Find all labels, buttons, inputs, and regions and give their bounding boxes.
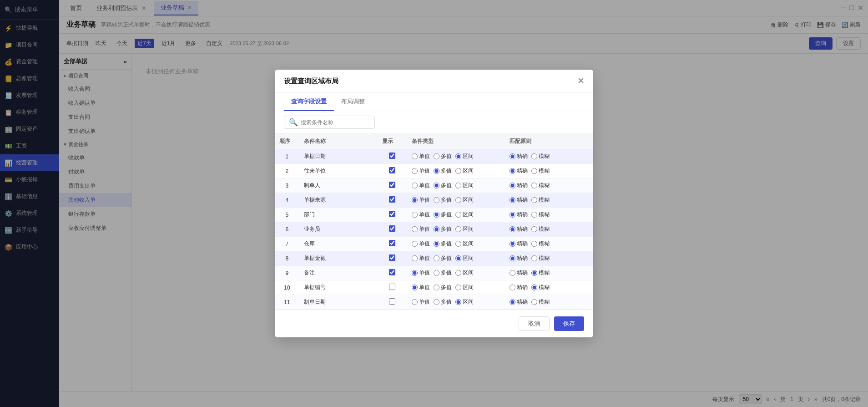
type-radio-label[interactable]: 区间 xyxy=(455,167,474,175)
type-radio-multi[interactable] xyxy=(434,153,439,159)
show-checkbox[interactable] xyxy=(389,284,395,290)
show-checkbox[interactable] xyxy=(389,254,395,261)
match-radio-label[interactable]: 精确 xyxy=(510,254,528,262)
match-radio-label[interactable]: 精确 xyxy=(510,167,528,175)
match-radio-exact[interactable] xyxy=(510,285,515,290)
dialog-search-input[interactable] xyxy=(301,119,370,126)
match-radio-fuzzy[interactable] xyxy=(531,212,537,218)
type-radio-single[interactable] xyxy=(412,255,418,261)
match-radio-label[interactable]: 精确 xyxy=(510,182,528,189)
type-radio-label[interactable]: 单值 xyxy=(412,240,430,248)
type-radio-multi[interactable] xyxy=(434,183,439,188)
type-radio-label[interactable]: 区间 xyxy=(455,269,474,277)
dialog-tab-layout[interactable]: 布局调整 xyxy=(334,93,372,111)
show-checkbox[interactable] xyxy=(389,298,395,305)
match-radio-label[interactable]: 模糊 xyxy=(531,240,550,248)
type-radio-single[interactable] xyxy=(412,270,418,276)
type-radio-label[interactable]: 区间 xyxy=(455,284,474,291)
type-radio-range[interactable] xyxy=(455,183,461,188)
match-radio-label[interactable]: 模糊 xyxy=(531,182,550,189)
show-checkbox[interactable] xyxy=(389,225,395,232)
match-radio-exact[interactable] xyxy=(510,197,515,203)
type-radio-single[interactable] xyxy=(412,168,418,174)
type-radio-label[interactable]: 多值 xyxy=(434,240,452,248)
type-radio-label[interactable]: 单值 xyxy=(412,284,430,291)
type-radio-multi[interactable] xyxy=(434,285,439,290)
match-radio-label[interactable]: 模糊 xyxy=(531,211,550,219)
match-radio-exact[interactable] xyxy=(510,270,515,276)
show-checkbox[interactable] xyxy=(389,167,395,173)
match-radio-label[interactable]: 精确 xyxy=(510,196,528,204)
type-radio-multi[interactable] xyxy=(434,255,439,261)
match-radio-fuzzy[interactable] xyxy=(531,241,537,247)
type-radio-range[interactable] xyxy=(455,153,461,159)
type-radio-multi[interactable] xyxy=(434,241,439,247)
type-radio-label[interactable]: 多值 xyxy=(434,153,452,160)
match-radio-label[interactable]: 模糊 xyxy=(531,167,550,175)
match-radio-label[interactable]: 精确 xyxy=(510,240,528,248)
type-radio-label[interactable]: 区间 xyxy=(455,211,474,219)
type-radio-label[interactable]: 区间 xyxy=(455,225,474,233)
save-button[interactable]: 保存 xyxy=(554,316,584,331)
type-radio-label[interactable]: 区间 xyxy=(455,196,474,204)
type-radio-multi[interactable] xyxy=(434,226,439,232)
show-checkbox[interactable] xyxy=(389,269,395,275)
match-radio-exact[interactable] xyxy=(510,299,515,305)
type-radio-label[interactable]: 多值 xyxy=(434,225,452,233)
match-radio-label[interactable]: 模糊 xyxy=(531,254,550,262)
type-radio-range[interactable] xyxy=(455,241,461,247)
type-radio-single[interactable] xyxy=(412,153,418,159)
type-radio-single[interactable] xyxy=(412,212,418,218)
type-radio-range[interactable] xyxy=(455,197,461,203)
match-radio-fuzzy[interactable] xyxy=(531,226,537,232)
show-checkbox[interactable] xyxy=(389,240,395,246)
type-radio-label[interactable]: 区间 xyxy=(455,298,474,306)
type-radio-range[interactable] xyxy=(455,285,461,290)
dialog-close-btn[interactable]: ✕ xyxy=(577,76,584,86)
type-radio-multi[interactable] xyxy=(434,168,439,174)
type-radio-label[interactable]: 单值 xyxy=(412,153,430,160)
match-radio-label[interactable]: 精确 xyxy=(510,269,528,277)
match-radio-fuzzy[interactable] xyxy=(531,255,537,261)
type-radio-single[interactable] xyxy=(412,299,418,305)
type-radio-label[interactable]: 多值 xyxy=(434,196,452,204)
type-radio-label[interactable]: 多值 xyxy=(434,284,452,291)
type-radio-label[interactable]: 单值 xyxy=(412,298,430,306)
type-radio-single[interactable] xyxy=(412,226,418,232)
type-radio-label[interactable]: 区间 xyxy=(455,182,474,189)
type-radio-label[interactable]: 单值 xyxy=(412,269,430,277)
match-radio-exact[interactable] xyxy=(510,153,515,159)
type-radio-label[interactable]: 多值 xyxy=(434,167,452,175)
type-radio-label[interactable]: 单值 xyxy=(412,182,430,189)
type-radio-label[interactable]: 区间 xyxy=(455,153,474,160)
type-radio-multi[interactable] xyxy=(434,270,439,276)
match-radio-fuzzy[interactable] xyxy=(531,270,537,276)
type-radio-label[interactable]: 单值 xyxy=(412,225,430,233)
type-radio-label[interactable]: 区间 xyxy=(455,254,474,262)
match-radio-fuzzy[interactable] xyxy=(531,153,537,159)
type-radio-label[interactable]: 单值 xyxy=(412,211,430,219)
match-radio-label[interactable]: 精确 xyxy=(510,298,528,306)
match-radio-label[interactable]: 模糊 xyxy=(531,298,550,306)
type-radio-single[interactable] xyxy=(412,241,418,247)
match-radio-exact[interactable] xyxy=(510,255,515,261)
type-radio-multi[interactable] xyxy=(434,299,439,305)
show-checkbox[interactable] xyxy=(389,196,395,203)
match-radio-fuzzy[interactable] xyxy=(531,197,537,203)
type-radio-label[interactable]: 单值 xyxy=(412,167,430,175)
match-radio-exact[interactable] xyxy=(510,212,515,218)
match-radio-label[interactable]: 模糊 xyxy=(531,225,550,233)
type-radio-label[interactable]: 多值 xyxy=(434,182,452,189)
match-radio-label[interactable]: 精确 xyxy=(510,225,528,233)
match-radio-label[interactable]: 精确 xyxy=(510,284,528,291)
type-radio-label[interactable]: 单值 xyxy=(412,254,430,262)
type-radio-label[interactable]: 多值 xyxy=(434,269,452,277)
show-checkbox[interactable] xyxy=(389,153,395,159)
type-radio-label[interactable]: 多值 xyxy=(434,298,452,306)
type-radio-range[interactable] xyxy=(455,270,461,276)
type-radio-single[interactable] xyxy=(412,285,418,290)
match-radio-fuzzy[interactable] xyxy=(531,299,537,305)
type-radio-range[interactable] xyxy=(455,299,461,305)
match-radio-label[interactable]: 模糊 xyxy=(531,269,550,277)
match-radio-label[interactable]: 模糊 xyxy=(531,153,550,160)
